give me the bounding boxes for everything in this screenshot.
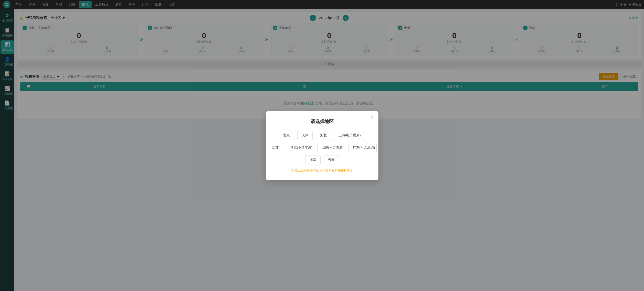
region-btn-hainan[interactable]: 海南 xyxy=(305,155,321,164)
region-btn-guangdong[interactable]: 广东(不含深圳) xyxy=(348,143,377,152)
region-btn-tianjin[interactable]: 天津 xyxy=(297,131,313,140)
modal-overlay[interactable]: ✕ 请选择地区 北京 天津 河北 上海(电子税局) 江苏 浙江(不含宁波) 山东… xyxy=(0,0,644,291)
region-btn-yunnan[interactable]: 云南 xyxy=(324,155,339,164)
region-btn-hebei[interactable]: 河北 xyxy=(316,131,331,140)
modal-close-btn[interactable]: ✕ xyxy=(370,114,374,120)
region-btn-beijing[interactable]: 北京 xyxy=(279,131,294,140)
modal-title: 请选择地区 xyxy=(274,118,370,125)
warning-icon: ⓘ xyxy=(291,169,294,172)
modal-warning: ⓘ 除以上地区外其他地区暂不支持报税检查！ xyxy=(274,169,370,173)
region-btn-shanghai[interactable]: 上海(电子税局) xyxy=(334,131,365,140)
region-btn-jiangsu[interactable]: 江苏 xyxy=(268,143,283,152)
region-select-modal: ✕ 请选择地区 北京 天津 河北 上海(电子税局) 江苏 浙江(不含宁波) 山东… xyxy=(266,111,378,180)
region-btn-shandong[interactable]: 山东(不含青岛) xyxy=(317,143,345,152)
region-row-1: 北京 天津 河北 上海(电子税局) xyxy=(274,131,370,140)
region-row-2: 江苏 浙江(不含宁波) 山东(不含青岛) 广东(不含深圳) xyxy=(274,143,370,152)
region-btn-zhejiang[interactable]: 浙江(不含宁波) xyxy=(286,143,314,152)
warning-text: 除以上地区外其他地区暂不支持报税检查！ xyxy=(295,169,353,172)
region-row-3: 海南 云南 xyxy=(274,155,370,164)
